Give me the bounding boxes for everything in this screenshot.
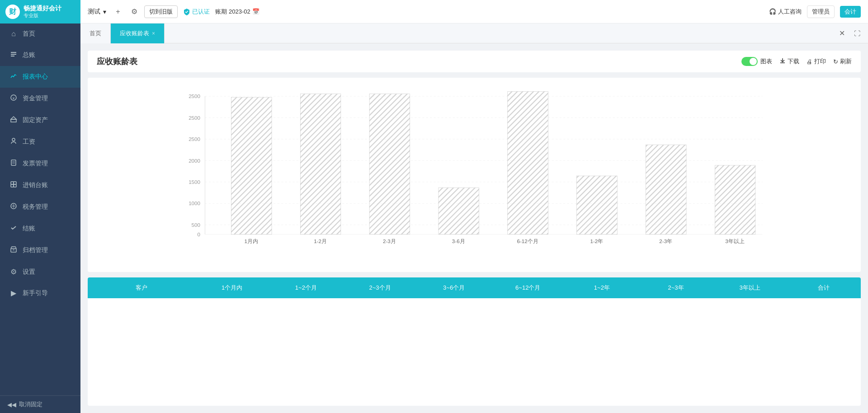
reports-icon <box>9 72 18 81</box>
sidebar-item-label: 固定资产 <box>23 116 48 124</box>
svg-rect-18 <box>11 249 16 252</box>
chart-toggle[interactable] <box>741 57 758 66</box>
svg-text:0: 0 <box>197 232 200 237</box>
archive-icon <box>9 246 18 255</box>
svg-text:1-2月: 1-2月 <box>314 239 327 244</box>
sidebar-item-archive[interactable]: 归档管理 <box>0 239 80 261</box>
sidebar-item-label: 工资 <box>23 138 35 146</box>
tab-home[interactable]: 首页 <box>80 23 111 43</box>
chart-toggle-label: 图表 <box>760 57 772 66</box>
table-container: 客户 1个月内 1~2个月 2~3个月 3~6个月 6~12个月 1~2年 2~… <box>88 277 861 406</box>
svg-rect-5 <box>11 119 16 122</box>
sidebar-item-label: 报表中心 <box>23 73 48 81</box>
th-customer: 客户 <box>88 277 195 298</box>
sidebar-item-guide[interactable]: ▶ 新手引导 <box>0 282 80 304</box>
tab-ar-aging[interactable]: 应收账龄表 × <box>111 23 165 43</box>
svg-rect-47 <box>508 92 548 235</box>
refresh-button[interactable]: ↻ 刷新 <box>833 57 852 66</box>
chart-toggle-wrap: 图表 <box>741 57 772 66</box>
tab-close-icon[interactable]: × <box>152 30 155 37</box>
sidebar-item-funds[interactable]: ¥ 资金管理 <box>0 88 80 109</box>
expand-button[interactable]: ⛶ <box>851 27 863 40</box>
sidebar-item-invoices[interactable]: 发票管理 <box>0 153 80 174</box>
close-period-icon <box>9 224 18 233</box>
topbar-actions: + ⚙ 切到旧版 <box>112 5 178 18</box>
consult-label: 人工咨询 <box>778 8 802 16</box>
tabbar: 首页 应收账龄表 × ✕ ⛶ <box>80 23 868 43</box>
svg-rect-11 <box>11 182 14 184</box>
sidebar-item-label: 新手引导 <box>23 289 48 297</box>
svg-rect-14 <box>14 184 16 187</box>
cancel-fixed-label: 取消固定 <box>19 400 42 408</box>
svg-text:2500: 2500 <box>189 136 200 142</box>
consult-button[interactable]: 🎧 人工咨询 <box>769 8 802 16</box>
svg-rect-0 <box>11 52 16 53</box>
page-actions: 图表 下载 🖨 打印 ↻ 刷新 <box>741 57 852 66</box>
print-icon: 🖨 <box>807 58 812 65</box>
pin-icon: ◀◀ <box>7 401 16 408</box>
sidebar-item-wages[interactable]: 工资 <box>0 131 80 153</box>
guide-icon: ▶ <box>9 289 18 297</box>
user-button[interactable]: 管理员 <box>807 5 835 18</box>
sidebar-item-home[interactable]: ⌂ 首页 <box>0 23 80 44</box>
th-2-3month: 2~3个月 <box>343 277 417 298</box>
settings-button[interactable]: ⚙ <box>128 5 141 18</box>
svg-point-7 <box>12 138 15 141</box>
svg-text:2500: 2500 <box>189 94 200 99</box>
role-button[interactable]: 会计 <box>840 6 861 18</box>
sidebar-scroll: ⌂ 首页 总账 报表中心 ¥ 资金管理 固定资产 <box>0 23 80 395</box>
project-selector[interactable]: 测试 ▾ <box>88 8 106 16</box>
page-header: 应收账龄表 图表 下载 🖨 打印 ↻ 刷新 <box>88 51 861 72</box>
print-button[interactable]: 🖨 打印 <box>807 57 826 66</box>
svg-text:1000: 1000 <box>189 201 200 206</box>
table-header: 客户 1个月内 1~2个月 2~3个月 3~6个月 6~12个月 1~2年 2~… <box>88 277 861 298</box>
sidebar-item-settings[interactable]: ⚙ 设置 <box>0 261 80 282</box>
chart-container: 2500 2500 2500 2000 1500 1000 500 0 1月内 <box>88 78 861 272</box>
home-icon: ⌂ <box>9 30 18 38</box>
svg-text:500: 500 <box>192 222 200 228</box>
svg-text:¥: ¥ <box>12 96 15 100</box>
close-tab-button[interactable]: ✕ <box>835 27 848 40</box>
sidebar-item-assets[interactable]: 固定资产 <box>0 109 80 131</box>
sidebar-item-ledger[interactable]: 总账 <box>0 44 80 66</box>
headset-icon: 🎧 <box>769 8 776 15</box>
svg-text:2500: 2500 <box>189 115 200 121</box>
download-button[interactable]: 下载 <box>779 57 799 66</box>
sidebar-item-label: 设置 <box>23 268 35 276</box>
add-button[interactable]: + <box>112 5 124 18</box>
sidebar-item-label: 税务管理 <box>23 203 48 211</box>
sidebar-item-label: 总账 <box>23 51 35 59</box>
invoices-icon <box>9 159 18 168</box>
svg-rect-13 <box>11 184 14 187</box>
certified-badge: 已认证 <box>183 8 210 16</box>
topbar-right: 🎧 人工咨询 管理员 会计 <box>769 5 861 18</box>
svg-rect-12 <box>14 182 16 184</box>
sidebar-item-reports[interactable]: 报表中心 <box>0 66 80 88</box>
switch-version-button[interactable]: 切到旧版 <box>144 5 178 18</box>
page-title: 应收账龄表 <box>97 56 137 67</box>
logo-text-wrap: 畅捷通好会计 专业版 <box>24 5 61 19</box>
th-3year-plus: 3年以上 <box>713 277 787 298</box>
sidebar-item-tax[interactable]: 税务管理 <box>0 196 80 218</box>
sidebar-logo: 财 畅捷通好会计 专业版 <box>0 0 80 23</box>
th-1-2year: 1~2年 <box>565 277 639 298</box>
svg-text:2-3年: 2-3年 <box>659 239 672 244</box>
svg-rect-45 <box>439 188 479 234</box>
settings-icon: ⚙ <box>9 268 18 276</box>
svg-marker-6 <box>11 117 16 119</box>
sidebar-item-close[interactable]: 结账 <box>0 218 80 239</box>
assets-icon <box>9 116 18 125</box>
sidebar-item-inventory[interactable]: 进销台账 <box>0 174 80 196</box>
th-2-3year: 2~3年 <box>639 277 713 298</box>
svg-text:1-2年: 1-2年 <box>590 239 604 244</box>
th-3-6month: 3~6个月 <box>417 277 491 298</box>
cancel-fixed-btn[interactable]: ◀◀ 取消固定 <box>0 395 80 413</box>
content-area: 应收账龄表 图表 下载 🖨 打印 ↻ 刷新 <box>80 43 868 413</box>
topbar: 测试 ▾ + ⚙ 切到旧版 已认证 账期 2023-02 📅 🎧 人工咨询 管理… <box>80 0 868 23</box>
funds-icon: ¥ <box>9 94 18 103</box>
project-name: 测试 <box>88 8 100 16</box>
th-6-12month: 6~12个月 <box>491 277 565 298</box>
tax-icon <box>9 202 18 211</box>
inventory-icon <box>9 181 18 190</box>
sidebar-item-label: 首页 <box>23 30 35 38</box>
